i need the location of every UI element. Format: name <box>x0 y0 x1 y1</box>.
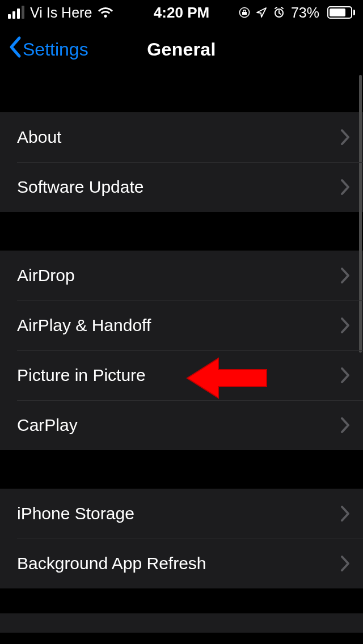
chevron-right-icon <box>340 267 351 284</box>
row-label: Software Update <box>17 177 143 197</box>
settings-group-3: iPhone Storage Background App Refresh <box>0 489 363 588</box>
chevron-right-icon <box>340 367 351 384</box>
row-picture-in-picture[interactable]: Picture in Picture <box>0 350 363 400</box>
chevron-right-icon <box>340 505 351 522</box>
rotation-lock-icon <box>239 7 250 18</box>
row-airdrop[interactable]: AirDrop <box>0 251 363 300</box>
carrier-label: Vi Is Here <box>30 5 92 21</box>
battery-percentage: 73% <box>291 5 319 21</box>
row-airplay-handoff[interactable]: AirPlay & Handoff <box>0 300 363 350</box>
row-label: iPhone Storage <box>17 504 134 523</box>
row-software-update[interactable]: Software Update <box>0 162 363 212</box>
navigation-bar: Settings General <box>0 25 363 74</box>
chevron-right-icon <box>340 417 351 434</box>
status-bar: Vi Is Here 4:20 PM 73% <box>0 0 363 25</box>
settings-group-partial <box>0 613 363 633</box>
chevron-right-icon <box>340 317 351 334</box>
row-iphone-storage[interactable]: iPhone Storage <box>0 489 363 539</box>
back-label: Settings <box>23 39 88 60</box>
alarm-icon <box>273 6 285 19</box>
row-label: AirPlay & Handoff <box>17 316 151 335</box>
chevron-left-icon <box>8 36 23 63</box>
row-label: AirDrop <box>17 266 75 285</box>
row-carplay[interactable]: CarPlay <box>0 400 363 450</box>
wifi-icon <box>98 6 113 19</box>
chevron-right-icon <box>340 129 351 146</box>
settings-group-2: AirDrop AirPlay & Handoff Picture in Pic… <box>0 251 363 450</box>
cellular-signal-icon <box>8 6 24 19</box>
chevron-right-icon <box>340 555 351 572</box>
row-label: Background App Refresh <box>17 554 206 573</box>
row-label: About <box>17 128 61 147</box>
row-background-app-refresh[interactable]: Background App Refresh <box>0 539 363 588</box>
location-icon <box>256 7 267 18</box>
row-label: Picture in Picture <box>17 366 146 385</box>
back-button[interactable]: Settings <box>8 36 88 63</box>
row-about[interactable]: About <box>0 112 363 162</box>
row-label: CarPlay <box>17 416 78 435</box>
page-title: General <box>147 39 216 60</box>
chevron-right-icon <box>340 179 351 196</box>
battery-icon <box>327 6 355 19</box>
clock-time: 4:20 PM <box>154 4 209 22</box>
settings-group-1: About Software Update <box>0 112 363 212</box>
